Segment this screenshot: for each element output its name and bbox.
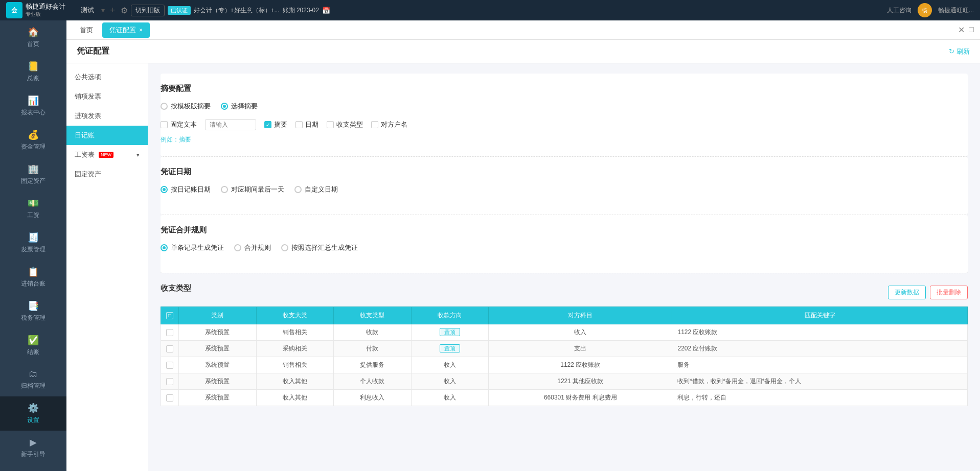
row1-checkbox[interactable] — [166, 329, 173, 336]
switch-version-btn[interactable]: 切到旧版 — [131, 5, 165, 16]
th-select-all[interactable]: □ — [161, 307, 179, 324]
left-nav-purchase-invoice[interactable]: 进项发票 — [66, 106, 148, 126]
window-close-btn[interactable]: ✕ — [958, 25, 965, 35]
select-all-checkbox[interactable]: □ — [166, 312, 173, 319]
sidebar-item-report[interactable]: 📊 报表中心 — [0, 89, 66, 123]
sidebar-item-ledger[interactable]: 📒 总账 — [0, 55, 66, 89]
sidebar-item-home[interactable]: 🏠 首页 — [0, 20, 66, 55]
checkbox-counterpart[interactable]: 对方户名 — [371, 120, 407, 129]
sidebar-item-member[interactable]: 👑 畅会员 — [0, 465, 66, 471]
row2-select[interactable] — [161, 341, 179, 357]
test-tab[interactable]: 测试 — [77, 4, 98, 17]
radio-template-circle — [161, 103, 168, 110]
radio-select-abstract[interactable]: 选择摘要 — [221, 102, 258, 111]
sidebar-item-settings[interactable]: ⚙️ 设置 — [0, 396, 66, 431]
sidebar-item-archive[interactable]: 🗂 归档管理 — [0, 363, 66, 396]
radio-select-circle — [221, 103, 228, 110]
radio-custom-circle — [294, 186, 302, 193]
row5-keywords: 利息，行转，还自 — [672, 390, 968, 406]
left-nav-label-journal: 日记账 — [75, 131, 95, 140]
sidebar-label-tax: 税务管理 — [21, 314, 45, 322]
row3-select[interactable] — [161, 357, 179, 373]
row2-bigtype: 采购相关 — [256, 341, 334, 357]
sidebar-item-close[interactable]: ✅ 结账 — [0, 328, 66, 363]
logo-area: 会 畅捷通好会计 专业版 — [6, 2, 73, 18]
row2-tag-btn[interactable]: 置顶 — [440, 344, 460, 352]
checkbox-income-type[interactable]: 收支类型 — [327, 120, 363, 129]
left-nav-label-public: 公共选项 — [75, 73, 101, 82]
radio-custom-date[interactable]: 自定义日期 — [294, 185, 338, 194]
fixed-text-input[interactable] — [205, 119, 256, 130]
sidebar-label-purchase: 进销台账 — [21, 279, 45, 288]
checkbox-date[interactable]: 日期 — [295, 120, 318, 129]
sidebar-label-ledger: 总账 — [27, 74, 39, 83]
row2-checkbox[interactable] — [166, 345, 173, 352]
row4-checkbox[interactable] — [166, 378, 173, 385]
radio-merge-rule[interactable]: 合并规则 — [234, 243, 271, 252]
sidebar-item-guide[interactable]: ▶ 新手引导 — [0, 431, 66, 465]
window-max-btn[interactable]: □ — [969, 25, 974, 35]
merge-title: 凭证合并规则 — [161, 225, 968, 235]
left-nav-sales-invoice[interactable]: 销项发票 — [66, 87, 148, 106]
sidebar-item-purchase[interactable]: 📋 进销台账 — [0, 260, 66, 294]
tab-config-label: 凭证配置 — [109, 26, 136, 35]
sidebar-item-invoice[interactable]: 🧾 发票管理 — [0, 226, 66, 260]
add-icon[interactable]: + — [110, 5, 116, 16]
sidebar-label-settings: 设置 — [27, 416, 39, 425]
calendar-icon[interactable]: 📅 — [322, 7, 330, 14]
table-buttons: 更新数据 批量删除 — [888, 286, 968, 299]
row3-bigtype: 销售相关 — [256, 357, 334, 373]
sidebar-label-finance: 资金管理 — [21, 143, 45, 151]
sidebar: 🏠 首页 📒 总账 📊 报表中心 💰 资金管理 🏢 固定资产 💵 工资 🧾 发票… — [0, 20, 66, 471]
date-section: 凭证日期 按日记账日期 对应期间最后一天 自定义日期 — [161, 157, 968, 215]
refresh-btn[interactable]: ↻ 刷新 — [949, 47, 970, 56]
radio-journal-label: 按日记账日期 — [171, 185, 211, 194]
radio-summary-generate[interactable]: 按照选择汇总生成凭证 — [281, 243, 358, 252]
row3-checkbox[interactable] — [166, 362, 173, 369]
tab-close-btn[interactable]: × — [139, 27, 143, 34]
expand-icon[interactable]: ▾ — [136, 152, 140, 158]
update-data-btn[interactable]: 更新数据 — [888, 286, 926, 299]
row5-checkbox[interactable] — [166, 394, 173, 402]
checkbox-fixed-label: 固定文本 — [170, 120, 197, 129]
settings-icon[interactable]: ⚙ — [121, 6, 128, 15]
row4-select[interactable] — [161, 373, 179, 390]
checkbox-fixed-text[interactable]: 固定文本 — [161, 120, 197, 129]
row5-direction: 收入 — [411, 390, 489, 406]
tab-bar-right: ✕ □ — [958, 25, 974, 35]
sidebar-item-assets[interactable]: 🏢 固定资产 — [0, 157, 66, 192]
radio-select-label: 选择摘要 — [231, 102, 258, 111]
radio-single-circle — [161, 244, 168, 251]
batch-delete-btn[interactable]: 批量删除 — [930, 286, 968, 299]
radio-period-last-day[interactable]: 对应期间最后一天 — [221, 185, 284, 194]
tab-voucher-config[interactable]: 凭证配置 × — [102, 22, 150, 38]
sidebar-item-tax[interactable]: 📑 税务管理 — [0, 294, 66, 328]
sidebar-item-finance[interactable]: 💰 资金管理 — [0, 123, 66, 157]
radio-template-abstract[interactable]: 按模板版摘要 — [161, 102, 211, 111]
logo-sub: 专业版 — [26, 11, 65, 18]
radio-single-record[interactable]: 单条记录生成凭证 — [161, 243, 224, 252]
left-nav-fixed-assets[interactable]: 固定资产 — [66, 164, 148, 184]
th-direction: 收款方向 — [411, 307, 489, 324]
row4-bigtype: 收入其他 — [256, 373, 334, 390]
left-nav-payroll[interactable]: 工资表 NEW ▾ — [66, 145, 148, 164]
row4-category: 系统预置 — [179, 373, 257, 390]
row3-type: 提供服务 — [334, 357, 412, 373]
left-nav-journal[interactable]: 日记账 — [66, 126, 148, 145]
row5-select[interactable] — [161, 390, 179, 406]
abstract-radio-group: 按模板版摘要 选择摘要 — [161, 102, 968, 111]
row1-select[interactable] — [161, 324, 179, 341]
table-header-row: 收支类型 更新数据 批量删除 — [161, 284, 968, 301]
left-nav-public[interactable]: 公共选项 — [66, 67, 148, 87]
consult-label[interactable]: 人工咨询 — [887, 6, 911, 15]
sidebar-item-salary[interactable]: 💵 工资 — [0, 192, 66, 226]
radio-journal-date[interactable]: 按日记账日期 — [161, 185, 211, 194]
dropdown-arrow[interactable]: ▾ — [101, 6, 105, 14]
tab-bar: 首页 凭证配置 × ✕ □ — [66, 20, 980, 40]
tab-home[interactable]: 首页 — [73, 22, 100, 38]
row2-keywords: 2202 应付账款 — [672, 341, 968, 357]
row1-tag-btn[interactable]: 置顶 — [440, 328, 460, 336]
sidebar-label-archive: 归档管理 — [21, 382, 45, 390]
user-avatar[interactable]: 畅 — [918, 3, 932, 17]
checkbox-abstract[interactable]: ✓ 摘要 — [264, 120, 287, 129]
